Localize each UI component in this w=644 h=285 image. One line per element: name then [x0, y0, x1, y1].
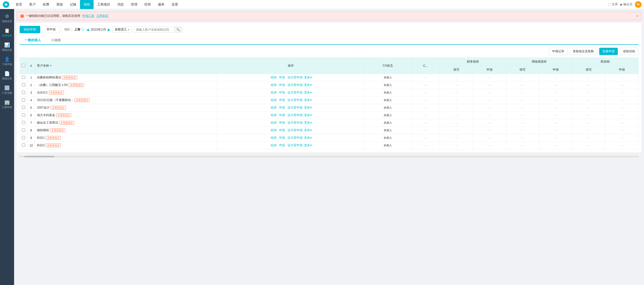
nav-item-tax[interactable]: 报税 [80, 0, 94, 9]
fullscreen-button[interactable]: ⛶ 全屏 [608, 2, 618, 7]
op-zero-declare[interactable]: 设为零申报 [288, 98, 303, 102]
op-zero-declare[interactable]: 设为零申报 [288, 113, 303, 117]
date-next-button[interactable]: ▶ [108, 28, 110, 32]
member-button[interactable]: ▶ 畅会员 [620, 2, 632, 7]
op-tax-table[interactable]: 税表 [271, 121, 277, 124]
notification-link-buy[interactable]: 立即购买 [96, 14, 108, 18]
horizontal-scrollbar[interactable] [17, 155, 641, 158]
row-col-1: — [473, 134, 506, 142]
op-tax-table[interactable]: 税表 [271, 91, 277, 94]
sidebar-item-annual-report[interactable]: 🏢 工商年报 [0, 97, 14, 111]
op-tax-table[interactable]: 税表 [271, 136, 277, 139]
op-declare[interactable]: 申报 [279, 91, 285, 94]
nav-item-home[interactable]: 首页 [12, 0, 26, 9]
nav-item-settings[interactable]: 设置 [168, 0, 182, 9]
nav-item-fee[interactable]: 收费 [39, 0, 53, 9]
row-no: 10 [27, 142, 35, 149]
row-col-0: — [440, 127, 473, 134]
region-value: 上海 [74, 27, 80, 32]
nav-item-invoice[interactable]: 票据 [53, 0, 66, 9]
op-more[interactable]: 更多▾ [304, 121, 312, 124]
sidebar-item-annual-clearing[interactable]: 🔢 汇算清缴 [0, 83, 14, 97]
op-tax-table[interactable]: 税表 [271, 83, 277, 87]
op-more[interactable]: 更多▾ [304, 76, 312, 79]
op-declare[interactable]: 申报 [279, 144, 285, 147]
row-checkbox[interactable] [22, 113, 25, 117]
sidebar-item-personal-tax[interactable]: 👤 个税申报 [0, 54, 14, 68]
op-more[interactable]: 更多▾ [304, 136, 312, 139]
op-zero-declare[interactable]: 设为零申报 [288, 91, 303, 94]
row-checkbox[interactable] [22, 76, 25, 79]
sidebar-item-tax-overview[interactable]: 📊 报税总览 [0, 40, 14, 54]
nav-item-service[interactable]: 服务 [154, 0, 168, 9]
info-icon[interactable]: ⓘ [81, 27, 84, 32]
row-ca-status: 未插入 [365, 134, 411, 142]
row-checkbox[interactable] [22, 144, 25, 147]
nav-item-client[interactable]: 客户 [26, 0, 39, 9]
batch-declare-button[interactable]: 批量申报 [599, 48, 618, 55]
op-tax-table[interactable]: 税表 [271, 128, 277, 132]
tab-zero-declare[interactable]: 零申报 [42, 26, 60, 33]
top-nav-right: ⛶ 全屏 ▶ 畅会员 畅 [608, 1, 641, 8]
notification-link-report[interactable]: 申报汇签 [82, 14, 94, 18]
staff-selector[interactable]: 全部员工 ▾ [112, 26, 132, 33]
op-more[interactable]: 更多▾ [304, 98, 312, 102]
op-more[interactable]: 更多▾ [304, 83, 312, 87]
op-zero-declare[interactable]: 设为零申报 [288, 144, 303, 147]
sidebar-item-tax-records[interactable]: 📄 报税记录 [0, 68, 14, 83]
op-more[interactable]: 更多▾ [304, 113, 312, 117]
scroll-thumb[interactable] [24, 156, 54, 157]
nav-item-manage[interactable]: 管理 [127, 0, 141, 9]
op-more[interactable]: 更多▾ [304, 128, 312, 132]
nav-item-operation[interactable]: 经营 [141, 0, 154, 9]
op-zero-declare[interactable]: 设为零申报 [288, 76, 303, 79]
search-box: 🔍 [134, 27, 182, 33]
row-col-2: — [506, 97, 539, 104]
row-checkbox[interactable] [22, 91, 25, 94]
op-zero-declare[interactable]: 设为零申报 [288, 128, 303, 132]
op-tax-table[interactable]: 税表 [271, 106, 277, 109]
op-tax-table[interactable]: 税表 [271, 144, 277, 147]
row-checkbox[interactable] [22, 136, 25, 139]
date-prev-button[interactable]: ◀ [86, 28, 89, 32]
sidebar-item-tax-settings[interactable]: ⚙ 报税设置 [0, 11, 14, 25]
op-declare[interactable]: 申报 [279, 128, 285, 132]
op-tax-table[interactable]: 税表 [271, 76, 277, 79]
row-checkbox[interactable] [22, 121, 25, 124]
op-declare[interactable]: 申报 [279, 76, 285, 79]
op-declare[interactable]: 申报 [279, 113, 285, 117]
sidebar-item-batch-tax[interactable]: 📋 批量报税 [0, 25, 14, 40]
op-zero-declare[interactable]: 设为零申报 [288, 136, 303, 139]
search-button[interactable]: 🔍 [174, 27, 182, 32]
tab-tax-declare[interactable]: 税款申报 [20, 26, 40, 33]
op-declare[interactable]: 申报 [279, 136, 285, 139]
row-ca-check: — [411, 74, 440, 81]
row-checkbox[interactable] [22, 106, 25, 109]
retrieve-receipt-button[interactable]: 收取回执 [620, 48, 638, 55]
op-zero-declare[interactable]: 设为零申报 [288, 121, 303, 124]
tab-general-taxpayer[interactable]: 一般的税人 [20, 36, 46, 45]
op-declare[interactable]: 申报 [279, 98, 285, 102]
op-zero-declare[interactable]: 设为零申报 [288, 106, 303, 109]
update-verify-button[interactable]: 更新核定及取数 [570, 48, 597, 55]
op-declare[interactable]: 申报 [279, 83, 285, 87]
select-all-checkbox[interactable] [22, 64, 25, 67]
close-notification-button[interactable]: ✕ [636, 14, 639, 18]
nav-item-account[interactable]: 记账 [66, 0, 80, 9]
op-zero-declare[interactable]: 设为零申报 [288, 83, 303, 87]
nav-item-message[interactable]: 消息 [114, 0, 127, 9]
op-tax-table[interactable]: 税表 [271, 98, 277, 102]
declare-records-button[interactable]: 申报记录 [549, 48, 568, 55]
op-more[interactable]: 更多▾ [304, 144, 312, 147]
row-checkbox[interactable] [22, 83, 25, 86]
row-checkbox[interactable] [22, 98, 25, 102]
op-declare[interactable]: 申报 [279, 121, 285, 124]
search-input[interactable] [134, 27, 174, 32]
row-checkbox[interactable] [22, 128, 25, 132]
nav-item-commerce[interactable]: 工商项目 [94, 0, 114, 9]
op-more[interactable]: 更多▾ [304, 91, 312, 94]
op-tax-table[interactable]: 税表 [271, 113, 277, 117]
op-more[interactable]: 更多▾ [304, 106, 312, 109]
op-declare[interactable]: 申报 [279, 106, 285, 109]
tab-small-scale[interactable]: 小规模 [46, 36, 66, 45]
